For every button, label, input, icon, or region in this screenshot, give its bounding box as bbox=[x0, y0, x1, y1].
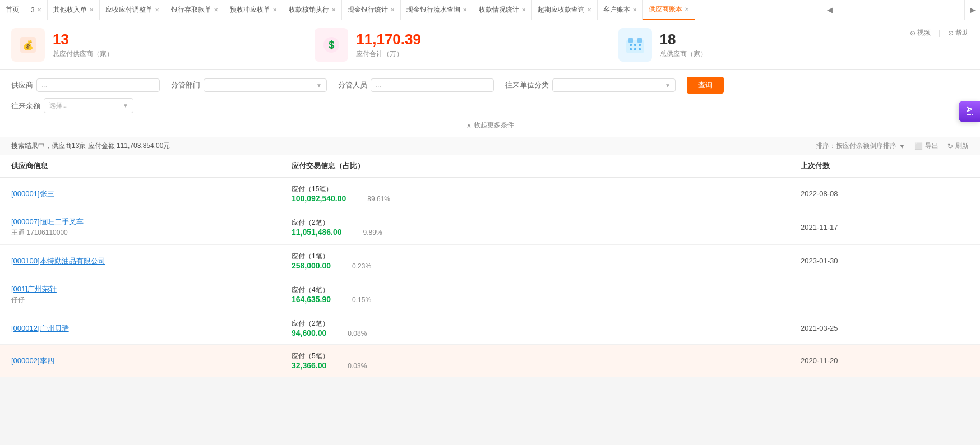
tx-info-1: 应付（2笔） 11,051,486.00 9.89% bbox=[292, 218, 801, 237]
tx-label-2: 应付（1笔） bbox=[292, 252, 801, 261]
search-area: 供应商 分管部门 ▼ 分管人员 往来单位分类 ▼ 查询 往来余额 bbox=[0, 70, 980, 137]
nav-next-arrow[interactable]: ▶ bbox=[964, 0, 980, 20]
tx-pct-1: 9.89% bbox=[363, 229, 382, 237]
payable-total-value: 11,170.39 bbox=[356, 31, 421, 48]
tx-label-1: 应付（2笔） bbox=[292, 218, 801, 228]
nav-tab-collect-stat[interactable]: 收款情况统计 ✕ bbox=[473, 0, 532, 20]
nav-tab-cash-flow-label: 现金银行流水查询 bbox=[406, 5, 460, 15]
refresh-icon: ↻ bbox=[947, 142, 953, 150]
nav-tab-collect[interactable]: 收款核销执行 ✕ bbox=[283, 0, 342, 20]
tx-pct-3: 0.15% bbox=[352, 296, 371, 304]
sort-arrow-icon[interactable]: ▼ bbox=[899, 142, 905, 150]
close-icon[interactable]: ✕ bbox=[89, 7, 94, 13]
close-icon[interactable]: ✕ bbox=[521, 7, 526, 13]
video-link[interactable]: ⊙ 视频 bbox=[910, 28, 931, 38]
person-input[interactable] bbox=[371, 78, 494, 92]
tx-label-5: 应付（5笔） bbox=[292, 351, 801, 361]
result-bar: 搜索结果中，供应商13家 应付金额 111,703,854.00元 排序：按应付… bbox=[0, 137, 980, 155]
category-select[interactable]: ▼ bbox=[552, 78, 676, 92]
nav-tab-adjustment[interactable]: 应收应付调整单 ✕ bbox=[100, 0, 165, 20]
nav-tab-3-label: 3 bbox=[31, 6, 35, 14]
col-supplier-header: 供应商信息 bbox=[11, 161, 292, 171]
close-icon[interactable]: ✕ bbox=[155, 7, 159, 13]
person-label: 分管人员 bbox=[338, 80, 367, 90]
sort-text: 排序：按应付余额倒序排序 bbox=[816, 141, 896, 151]
nav-tab-customer-book[interactable]: 客户账本 ✕ bbox=[598, 0, 643, 20]
last-pay-5: 2020-11-20 bbox=[801, 356, 969, 365]
close-icon[interactable]: ✕ bbox=[463, 7, 467, 13]
balance-select[interactable]: 选择... ▼ bbox=[44, 98, 133, 113]
nav-tab-home[interactable]: 首页 bbox=[0, 0, 25, 20]
col-transaction-header: 应付交易信息（占比） bbox=[292, 161, 801, 171]
stat-payable-suppliers: 💰 13 总应付供应商（家） bbox=[11, 28, 303, 62]
col-last-pay-header: 上次付数 bbox=[801, 161, 969, 171]
ai-assistant-fab[interactable]: Ai bbox=[959, 101, 980, 122]
collapse-button[interactable]: ∧ 收起更多条件 bbox=[11, 118, 969, 132]
supplier-info-1: [000007]恒旺二手叉车 王通 17106110000 bbox=[11, 217, 292, 238]
payable-total-icon: 💲 bbox=[315, 28, 348, 62]
total-suppliers-label: 总供应商（家） bbox=[660, 49, 707, 59]
dept-select-arrow-icon: ▼ bbox=[316, 82, 322, 89]
sort-label: 排序：按应付余额倒序排序 ▼ bbox=[816, 141, 905, 151]
supplier-label: 供应商 bbox=[11, 80, 33, 90]
close-icon[interactable]: ✕ bbox=[331, 7, 336, 13]
payable-total-label: 应付合计（万） bbox=[356, 49, 421, 59]
supplier-link-5[interactable]: [000002]李四 bbox=[11, 356, 292, 366]
close-icon[interactable]: ✕ bbox=[272, 7, 277, 13]
supplier-link-4[interactable]: [000012]广州贝瑞 bbox=[11, 323, 292, 333]
table-row: [000001]张三 应付（15笔） 100,092,540.00 89.61%… bbox=[0, 178, 980, 210]
nav-tab-adjustment-label: 应收应付调整单 bbox=[105, 5, 152, 15]
nav-tab-supplier-book[interactable]: 供应商账本 ✕ bbox=[643, 0, 695, 20]
svg-rect-6 bbox=[637, 38, 642, 43]
nav-tab-overdue[interactable]: 超期应收款查询 ✕ bbox=[532, 0, 598, 20]
stats-bar: 💰 13 总应付供应商（家） 💲 11,170.39 应付合计（万） bbox=[0, 20, 980, 70]
balance-field: 往来余额 选择... ▼ bbox=[11, 98, 133, 113]
nav-tab-3[interactable]: 3 ✕ bbox=[25, 0, 48, 20]
dept-select[interactable]: ▼ bbox=[204, 78, 327, 92]
tx-pct-2: 0.23% bbox=[352, 262, 371, 270]
help-icon: ⊙ bbox=[948, 29, 954, 37]
nav-tab-cash-bank-stat-label: 现金银行统计 bbox=[348, 5, 388, 15]
table-row: [000007]恒旺二手叉车 王通 17106110000 应付（2笔） 11,… bbox=[0, 210, 980, 245]
supplier-input[interactable] bbox=[36, 78, 160, 92]
supplier-link-0[interactable]: [000001]张三 bbox=[11, 189, 292, 199]
category-label: 往来单位分类 bbox=[505, 80, 549, 90]
last-pay-4: 2021-03-25 bbox=[801, 324, 969, 332]
nav-tab-advance-label: 预收冲应收单 bbox=[230, 5, 270, 15]
help-link[interactable]: ⊙ 帮助 bbox=[948, 28, 969, 38]
tx-amount-0: 100,092,540.00 bbox=[292, 194, 346, 203]
query-button[interactable]: 查询 bbox=[687, 77, 724, 94]
table-row: [000002]李四 应付（5笔） 32,366.00 0.03% 2020-1… bbox=[0, 345, 980, 377]
svg-rect-10 bbox=[630, 48, 632, 50]
nav-tab-cash-bank-stat[interactable]: 现金银行统计 ✕ bbox=[342, 0, 401, 20]
supplier-link-2[interactable]: [000100]本特勤油品有限公司 bbox=[11, 256, 292, 266]
tx-amount-5: 32,366.00 bbox=[292, 361, 326, 370]
total-suppliers-icon bbox=[618, 28, 652, 62]
payable-suppliers-icon: 💰 bbox=[11, 28, 45, 62]
nav-tab-cash-flow[interactable]: 现金银行流水查询 ✕ bbox=[401, 0, 473, 20]
payable-suppliers-content: 13 总应付供应商（家） bbox=[53, 31, 113, 59]
nav-prev-arrow[interactable]: ◀ bbox=[822, 0, 838, 20]
supplier-link-1[interactable]: [000007]恒旺二手叉车 bbox=[11, 217, 292, 227]
close-icon[interactable]: ✕ bbox=[214, 7, 218, 13]
close-icon[interactable]: ✕ bbox=[37, 7, 41, 13]
close-icon[interactable]: ✕ bbox=[632, 7, 637, 13]
supplier-link-3[interactable]: [001]广州荣轩 bbox=[11, 284, 292, 294]
tx-info-2: 应付（1笔） 258,000.00 0.23% bbox=[292, 252, 801, 270]
last-pay-1: 2021-11-17 bbox=[801, 223, 969, 231]
result-actions: 排序：按应付余额倒序排序 ▼ ⬜ 导出 ↻ 刷新 bbox=[816, 141, 969, 151]
refresh-button[interactable]: ↻ 刷新 bbox=[947, 141, 969, 151]
nav-tab-advance[interactable]: 预收冲应收单 ✕ bbox=[224, 0, 283, 20]
close-icon[interactable]: ✕ bbox=[685, 6, 689, 12]
nav-tab-bank[interactable]: 银行存取款单 ✕ bbox=[165, 0, 224, 20]
person-field: 分管人员 bbox=[338, 78, 494, 92]
close-icon[interactable]: ✕ bbox=[390, 7, 395, 13]
export-button[interactable]: ⬜ 导出 bbox=[914, 141, 939, 151]
nav-tab-other-income[interactable]: 其他收入单 ✕ bbox=[48, 0, 100, 20]
tx-amount-2: 258,000.00 bbox=[292, 261, 331, 270]
stat-total-suppliers: 18 总供应商（家） bbox=[607, 28, 910, 62]
nav-tab-supplier-book-label: 供应商账本 bbox=[649, 4, 682, 14]
balance-label: 往来余额 bbox=[11, 101, 40, 111]
search-row-1: 供应商 分管部门 ▼ 分管人员 往来单位分类 ▼ 查询 bbox=[11, 77, 969, 94]
close-icon[interactable]: ✕ bbox=[587, 7, 591, 13]
